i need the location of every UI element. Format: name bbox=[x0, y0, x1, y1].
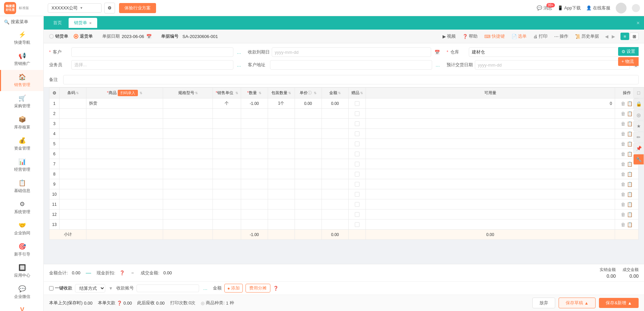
row-unit-price[interactable] bbox=[295, 109, 321, 119]
float-icon-4[interactable]: ★ bbox=[633, 121, 644, 131]
row-pack-qty[interactable]: 1个 bbox=[268, 99, 295, 109]
select-btn[interactable]: 📄 选单 bbox=[509, 32, 529, 40]
row-gift[interactable] bbox=[348, 169, 366, 179]
row-pack-qty[interactable] bbox=[268, 139, 295, 149]
row-amount[interactable] bbox=[321, 109, 348, 119]
payment-checkbox[interactable] bbox=[49, 286, 53, 290]
row-unit-price[interactable] bbox=[295, 179, 321, 189]
sidebar-item-operation[interactable]: 📊 经营管理 bbox=[0, 155, 43, 176]
salesperson-input[interactable]: 选择... bbox=[71, 60, 233, 70]
row-gift[interactable] bbox=[348, 149, 366, 159]
barcode-sort-icon[interactable]: ⇅ bbox=[76, 91, 79, 95]
row-gift[interactable] bbox=[348, 220, 366, 230]
unit-sort-icon[interactable]: ⇅ bbox=[235, 91, 238, 95]
row-gift[interactable] bbox=[348, 119, 366, 129]
row-barcode[interactable] bbox=[60, 129, 86, 139]
row-spec[interactable] bbox=[163, 209, 213, 220]
sidebar-item-member[interactable]: V 畅会员 bbox=[0, 303, 43, 311]
grid-view-btn[interactable]: ⊞ bbox=[630, 33, 639, 40]
row-copy-btn[interactable]: 📋 bbox=[627, 141, 633, 147]
row-amount[interactable] bbox=[321, 189, 348, 199]
row-unit-price[interactable] bbox=[295, 139, 321, 149]
avatar[interactable] bbox=[616, 3, 627, 13]
row-barcode[interactable] bbox=[60, 149, 86, 159]
sidebar-search[interactable]: 🔍 搜索菜单 bbox=[0, 16, 43, 28]
row-spec[interactable] bbox=[163, 129, 213, 139]
float-icon-1[interactable]: □ bbox=[633, 87, 644, 98]
row-spec[interactable] bbox=[163, 109, 213, 119]
radio-sales-order[interactable]: 销货单 bbox=[49, 33, 68, 39]
row-product[interactable]: 拆货 bbox=[86, 99, 163, 109]
row-sales-unit[interactable] bbox=[213, 129, 241, 139]
save-draft-btn[interactable]: 保存草稿 ▲ bbox=[559, 298, 596, 308]
row-spec[interactable] bbox=[163, 179, 213, 189]
row-sales-unit[interactable] bbox=[213, 169, 241, 179]
account-more-icon[interactable]: … bbox=[203, 286, 207, 291]
row-sales-unit[interactable] bbox=[213, 189, 241, 199]
row-product[interactable] bbox=[86, 179, 163, 189]
row-product[interactable] bbox=[86, 159, 163, 169]
row-amount[interactable] bbox=[321, 129, 348, 139]
row-copy-btn[interactable]: 📋 bbox=[627, 202, 633, 207]
row-copy-btn[interactable]: 📋 bbox=[627, 192, 633, 197]
row-product[interactable] bbox=[86, 169, 163, 179]
row-spec[interactable] bbox=[163, 119, 213, 129]
sidebar-item-app-center[interactable]: 🔲 应用中心 bbox=[0, 261, 43, 282]
customer-more-icon[interactable]: … bbox=[237, 50, 241, 55]
row-copy-btn[interactable]: 📋 bbox=[627, 222, 633, 227]
row-quantity[interactable] bbox=[241, 119, 268, 129]
row-quantity[interactable] bbox=[241, 199, 268, 209]
one-click-payment-checkbox[interactable]: 一键收款 bbox=[49, 285, 72, 291]
row-sales-unit[interactable] bbox=[213, 220, 241, 230]
row-spec[interactable] bbox=[163, 169, 213, 179]
row-product[interactable] bbox=[86, 119, 163, 129]
customer-address-more-icon[interactable]: … bbox=[435, 63, 440, 68]
row-pack-qty[interactable] bbox=[268, 149, 295, 159]
calendar-icon[interactable]: 📅 bbox=[146, 34, 152, 39]
warehouse-input[interactable]: 建材仓 bbox=[469, 47, 631, 57]
row-sales-unit[interactable] bbox=[213, 179, 241, 189]
row-sales-unit[interactable] bbox=[213, 109, 241, 119]
row-product[interactable] bbox=[86, 129, 163, 139]
row-pack-qty[interactable] bbox=[268, 189, 295, 199]
row-delete-btn[interactable]: 🗑 bbox=[621, 182, 626, 187]
video-btn[interactable]: ▶ 视频 bbox=[441, 32, 458, 40]
row-amount[interactable] bbox=[321, 169, 348, 179]
row-unit-price[interactable] bbox=[295, 169, 321, 179]
save-new-btn[interactable]: 保存&新增 ▲ bbox=[599, 298, 639, 308]
row-amount[interactable] bbox=[321, 199, 348, 209]
row-gift[interactable] bbox=[348, 109, 366, 119]
row-gift[interactable] bbox=[348, 139, 366, 149]
pack-sort-icon[interactable]: ⇅ bbox=[288, 91, 291, 95]
row-spec[interactable] bbox=[163, 139, 213, 149]
sidebar-item-finance[interactable]: 💰 资金管理 bbox=[0, 133, 43, 155]
row-product[interactable] bbox=[86, 139, 163, 149]
next-arrow[interactable]: ▶ bbox=[610, 33, 616, 40]
row-spec[interactable] bbox=[163, 99, 213, 109]
help-btn[interactable]: ❓ 帮助 bbox=[460, 32, 480, 40]
customer-address-input[interactable] bbox=[270, 60, 432, 70]
row-amount[interactable] bbox=[321, 209, 348, 220]
print-btn[interactable]: 🖨 打印 bbox=[531, 32, 550, 40]
float-icon-orange[interactable]: 🔧 bbox=[633, 154, 644, 165]
shortcut-btn[interactable]: ⌨ 快捷键 bbox=[482, 32, 507, 40]
notes-input[interactable] bbox=[63, 75, 639, 84]
row-quantity[interactable] bbox=[241, 149, 268, 159]
row-amount[interactable] bbox=[321, 149, 348, 159]
row-copy-btn[interactable]: 📋 bbox=[627, 131, 633, 137]
row-copy-btn[interactable]: 📋 bbox=[627, 111, 633, 116]
row-delete-btn[interactable]: 🗑 bbox=[621, 131, 626, 137]
row-unit-price[interactable] bbox=[295, 220, 321, 230]
row-copy-btn[interactable]: 📋 bbox=[627, 101, 633, 106]
row-spec[interactable] bbox=[163, 189, 213, 199]
row-gift[interactable] bbox=[348, 129, 366, 139]
row-gift[interactable] bbox=[348, 189, 366, 199]
close-all-icon[interactable]: ✕ bbox=[636, 21, 640, 26]
row-pack-qty[interactable] bbox=[268, 220, 295, 230]
salesperson-more-icon[interactable]: … bbox=[237, 63, 241, 68]
row-delete-btn[interactable]: 🗑 bbox=[621, 101, 626, 106]
row-delete-btn[interactable]: 🗑 bbox=[621, 222, 626, 227]
online-service-btn[interactable]: 👤 在线客服 bbox=[586, 5, 610, 11]
row-quantity[interactable] bbox=[241, 220, 268, 230]
list-view-btn[interactable]: ≡ bbox=[620, 33, 629, 40]
